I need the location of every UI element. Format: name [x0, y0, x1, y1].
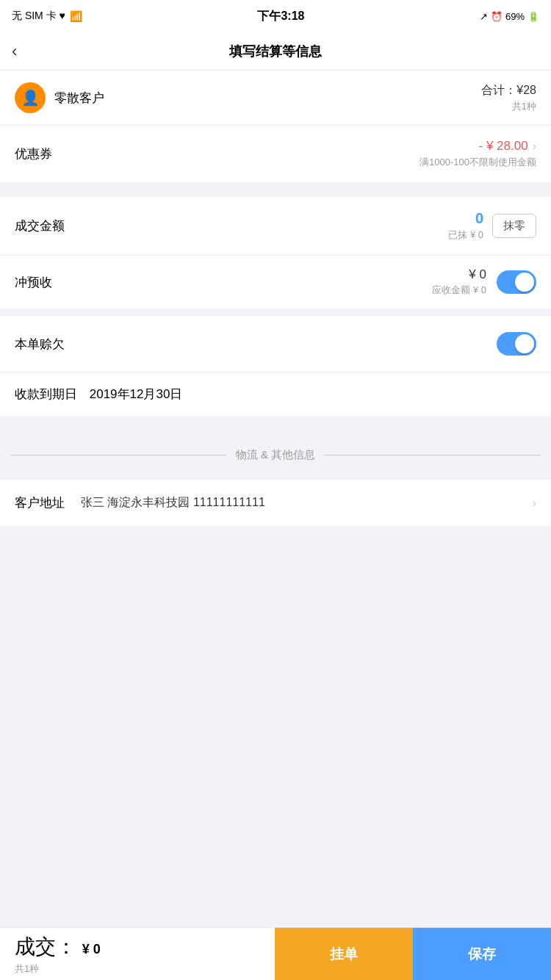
- due-date-value: 2019年12月30日: [90, 387, 183, 401]
- discount-amount: - ¥ 28.00: [479, 139, 528, 154]
- address-chevron-icon: ›: [533, 497, 536, 510]
- chevron-right-icon: ›: [533, 140, 536, 153]
- logistics-line-left: [10, 455, 227, 455]
- advance-label: 冲预收: [15, 274, 52, 291]
- bottom-count: 共1种: [15, 962, 260, 976]
- transaction-section: 成交金额 0 已抹 ¥ 0 抹零 冲预收 ¥ 0 应收金额 ¥ 0: [0, 197, 551, 309]
- logistics-section: 物流 & 其他信息: [0, 438, 551, 472]
- transaction-label: 成交金额: [15, 217, 65, 234]
- total-amount: 合计：¥28: [481, 83, 536, 98]
- battery-icon: 🔋: [527, 11, 539, 22]
- coupon-label: 优惠券: [15, 145, 52, 162]
- transaction-row: 成交金额 0 已抹 ¥ 0 抹零: [0, 197, 551, 255]
- status-left: 无 SIM 卡 ♥ 📶: [12, 10, 82, 23]
- due-date-label: 收款到期日: [15, 387, 77, 401]
- transaction-right: 0 已抹 ¥ 0 抹零: [448, 210, 536, 242]
- status-bar: 无 SIM 卡 ♥ 📶 下午3:18 ↗ ⏰ 69% 🔋: [0, 0, 551, 32]
- alarm-icon: ⏰: [491, 11, 503, 22]
- main-content: 👤 零散客户 合计：¥28 共1种 优惠券 - ¥ 28.00 › 满1000-…: [0, 71, 551, 592]
- coupon-row[interactable]: 优惠券 - ¥ 28.00 › 满1000-100不限制使用金额: [0, 125, 551, 182]
- debt-row: 本单赊欠: [0, 316, 551, 372]
- coupon-right: - ¥ 28.00 › 满1000-100不限制使用金额: [419, 139, 536, 169]
- advance-receivable: 应收金额 ¥ 0: [52, 284, 486, 297]
- logistics-header: 物流 & 其他信息: [0, 438, 551, 472]
- logistics-text: 物流 & 其他信息: [236, 448, 315, 462]
- address-row[interactable]: 客户地址 张三 海淀永丰科技园 11111111111 ›: [0, 480, 551, 526]
- status-right: ↗ ⏰ 69% 🔋: [480, 11, 539, 22]
- address-section: 客户地址 张三 海淀永丰科技园 11111111111 ›: [0, 480, 551, 526]
- wifi-icon: 📶: [70, 10, 82, 22]
- section-gap-1: [0, 190, 551, 197]
- nav-bar: ‹ 填写结算等信息: [0, 32, 551, 71]
- total-count: 共1种: [481, 100, 536, 113]
- advance-center: ¥ 0 应收金额 ¥ 0: [52, 267, 486, 297]
- customer-right: 合计：¥28 共1种: [481, 83, 536, 113]
- address-label: 客户地址: [15, 494, 81, 511]
- logistics-line-right: [324, 455, 541, 455]
- debt-label: 本单赊欠: [15, 336, 65, 353]
- avatar-icon: 👤: [21, 89, 40, 107]
- bottom-transaction-label: 成交：: [15, 935, 76, 958]
- save-button[interactable]: 保存: [413, 928, 551, 981]
- transaction-value: 0: [448, 210, 483, 227]
- spacer-bottom: [0, 533, 551, 592]
- customer-name: 零散客户: [54, 90, 104, 107]
- bottom-amount: ¥ 0: [82, 942, 101, 956]
- customer-card: 👤 零散客户 合计：¥28 共1种 优惠券 - ¥ 28.00 › 满1000-…: [0, 71, 551, 182]
- discount-desc: 满1000-100不限制使用金额: [419, 156, 536, 169]
- page-title: 填写结算等信息: [229, 43, 322, 60]
- bottom-bar: 成交： ¥ 0 共1种 挂单 保存: [0, 927, 551, 980]
- round-zero-button[interactable]: 抹零: [492, 214, 536, 238]
- debt-toggle[interactable]: [497, 332, 536, 356]
- bottom-transaction: 成交： ¥ 0: [15, 933, 260, 961]
- advance-amount: ¥ 0: [52, 267, 486, 282]
- sim-label: 无 SIM 卡 ♥: [12, 10, 65, 23]
- customer-row: 👤 零散客户 合计：¥28 共1种: [0, 71, 551, 125]
- battery-label: 69%: [505, 11, 525, 22]
- advance-payment-row: 冲预收 ¥ 0 应收金额 ¥ 0: [0, 255, 551, 309]
- section-gap-2: [0, 309, 551, 316]
- status-time: 下午3:18: [257, 9, 304, 24]
- hang-button[interactable]: 挂单: [275, 928, 413, 981]
- avatar: 👤: [15, 82, 46, 113]
- address-value: 张三 海淀永丰科技园 11111111111: [81, 495, 533, 511]
- due-date-row: 收款到期日 2019年12月30日: [0, 372, 551, 416]
- advance-payment-toggle[interactable]: [497, 270, 536, 294]
- back-button[interactable]: ‹: [12, 42, 17, 61]
- bottom-info: 成交： ¥ 0 共1种: [0, 933, 275, 976]
- section-gap-3: [0, 423, 551, 430]
- debt-section: 本单赊欠 收款到期日 2019年12月30日: [0, 316, 551, 416]
- already-rounded: 已抹 ¥ 0: [448, 228, 483, 242]
- customer-left: 👤 零散客户: [15, 82, 104, 113]
- location-icon: ↗: [480, 11, 488, 22]
